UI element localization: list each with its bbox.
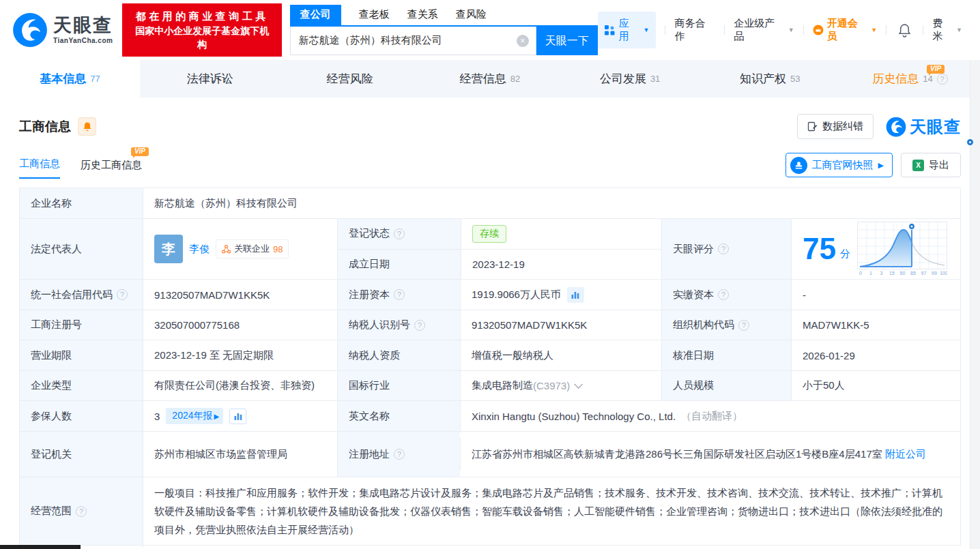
taxpayer-id-value: 91320507MAD7W1KK5K <box>460 310 661 340</box>
subscribe-bell-icon[interactable] <box>78 117 96 136</box>
tab-label: 知识产权 <box>740 71 786 87</box>
search-input[interactable] <box>299 35 517 46</box>
data-correction-button[interactable]: 数据纠错 <box>797 114 874 139</box>
help-icon[interactable]: ? <box>738 320 749 331</box>
divider <box>665 25 665 35</box>
search-button[interactable]: 天眼一下 <box>536 27 598 55</box>
network-icon <box>222 245 231 254</box>
help-icon[interactable]: ? <box>937 74 948 85</box>
score-label: 天眼评分 ? <box>661 219 791 279</box>
header: 天眼查 TianYanCha.com 都在用的商业查询工具 国家中小企业发展子基… <box>0 0 980 60</box>
search-tab-company[interactable]: 查公司 <box>290 5 341 25</box>
tab-business-info[interactable]: 经营信息 82 <box>420 60 560 98</box>
tab-basic-info[interactable]: 基本信息 77 <box>0 60 140 98</box>
help-icon[interactable]: ? <box>414 320 425 331</box>
company-type-label: 企业类型 <box>20 371 143 400</box>
help-icon[interactable]: ? <box>394 449 405 460</box>
related-label: 关联企业 <box>234 243 270 255</box>
english-name-label: 英文名称 <box>337 401 460 431</box>
help-icon[interactable]: ? <box>718 289 729 300</box>
tab-company-development[interactable]: 公司发展 31 <box>560 60 700 98</box>
official-snapshot-button[interactable]: 工商官网快照 ▶ <box>786 153 893 177</box>
section-title: 工商信息 <box>19 118 71 136</box>
help-icon[interactable]: ? <box>394 228 405 239</box>
org-code-value: MAD7W1KK-5 <box>791 310 960 340</box>
nav-open-vip[interactable]: 开通会员 ▼ <box>813 17 878 43</box>
tab-count: 77 <box>90 74 100 84</box>
insured-value: 3 2024年报 ▶ <box>143 401 337 431</box>
watermark-label: 天眼查 <box>910 116 961 138</box>
nav-cooperation[interactable]: 商务合作 <box>674 17 715 43</box>
industry-code: (C3973) <box>533 380 570 391</box>
apps-menu[interactable]: 应用 ▼ <box>598 12 657 48</box>
svg-text:50: 50 <box>900 271 906 276</box>
english-name-text: Xinxin Hangtu (Suzhou) Technology Co., L… <box>472 411 676 422</box>
apps-label: 应用 <box>619 17 639 43</box>
company-name-value: 新芯航途（苏州）科技有限公司 <box>143 188 960 218</box>
scrollbar-track[interactable] <box>970 60 980 549</box>
label-text: 实缴资本 <box>673 288 714 301</box>
nav-enterprise-products[interactable]: 企业级产品 ▼ <box>734 17 794 43</box>
taxpayer-id-label: 纳税人识别号 ? <box>337 310 460 340</box>
paid-capital-value: - <box>791 280 960 310</box>
vip-crown-icon <box>813 25 824 35</box>
annual-report-badge[interactable]: 2024年报 ▶ <box>166 408 223 424</box>
header-nav: 应用 ▼ 商务合作 企业级产品 ▼ 开通会员 ▼ <box>598 12 980 48</box>
tab-label: 历史信息 <box>872 71 919 87</box>
address-text: 江苏省苏州市相城区高铁新城青龙港路286号长三角国际研发社区启动区1号楼B座4层… <box>472 448 882 460</box>
help-icon[interactable]: ? <box>117 289 128 300</box>
stamp-icon <box>790 157 807 174</box>
help-icon[interactable]: ? <box>394 289 405 300</box>
site-logo[interactable]: 天眼查 TianYanCha.com <box>12 12 113 48</box>
arrow-right-icon: ▶ <box>214 413 220 420</box>
annual-report-label: 2024年报 <box>172 410 212 422</box>
side-widget-handle[interactable] <box>967 139 973 145</box>
svg-text:99: 99 <box>932 271 937 276</box>
company-name-label: 企业名称 <box>20 188 143 218</box>
staff-size-label: 人员规模 <box>661 371 791 400</box>
score-value: 75 分 <box>791 219 960 279</box>
business-scope-value: 一般项目：科技推广和应用服务；软件开发；集成电路芯片设计及服务；集成电路芯片及产… <box>143 475 960 548</box>
english-name-value: Xinxin Hangtu (Suzhou) Technology Co., L… <box>460 401 960 431</box>
help-icon[interactable]: ? <box>718 243 729 254</box>
search-tab-relation[interactable]: 查关系 <box>407 5 438 25</box>
label-text: 纳税人识别号 <box>349 318 410 331</box>
search-tab-risk[interactable]: 查风险 <box>456 5 487 25</box>
tab-operating-risk[interactable]: 经营风险 <box>280 60 420 98</box>
chevron-down-icon[interactable] <box>574 380 583 389</box>
reg-capital-label: 注册资本 ? <box>337 280 460 310</box>
divider <box>724 25 725 35</box>
table-row: 参保人数 3 2024年报 ▶ 英文名称 Xinxin Hangtu (Suzh <box>20 400 960 431</box>
export-button[interactable]: X 导出 <box>901 153 961 177</box>
reg-status-value: 存续 <box>461 219 661 249</box>
insured-chart-icon[interactable] <box>229 409 246 424</box>
legal-rep-link[interactable]: 李俊 <box>189 243 210 256</box>
subtab-history-registration[interactable]: VIP 历史工商信息 <box>81 159 142 179</box>
svg-text:97: 97 <box>921 271 927 276</box>
clear-search-icon[interactable]: × <box>517 35 529 47</box>
brand-name: 天眼查 <box>53 16 113 35</box>
help-icon[interactable]: ? <box>76 506 87 517</box>
table-row: 法定代表人 李 李俊 关联企业 98 <box>20 218 960 279</box>
approval-date-value: 2026-01-29 <box>791 340 960 370</box>
subtab-business-registration[interactable]: 工商信息 <box>19 158 60 179</box>
svg-text:85: 85 <box>910 271 916 276</box>
avatar[interactable]: 李 <box>154 235 183 263</box>
tab-history-info[interactable]: VIP 历史信息 14 ? <box>840 60 980 98</box>
chevron-down-icon: ▼ <box>871 27 877 33</box>
bottom-strip <box>0 545 81 549</box>
authority-value: 苏州市相城区市场监督管理局 <box>143 432 337 477</box>
score-number: 75 <box>803 234 836 264</box>
cooperation-label: 商务合作 <box>674 17 715 43</box>
tab-legal-proceedings[interactable]: 法律诉讼 <box>140 60 280 98</box>
tab-intellectual-property[interactable]: 知识产权 53 <box>700 60 840 98</box>
search-tab-boss[interactable]: 查老板 <box>359 5 390 25</box>
capital-chart-icon[interactable] <box>567 287 584 303</box>
status-badge: 存续 <box>472 225 506 243</box>
related-companies-badge[interactable]: 关联企业 98 <box>216 239 289 258</box>
search-tabs: 查公司 查老板 查关系 查风险 <box>290 5 598 27</box>
nav-user-menu[interactable]: 费米 ▼ <box>932 17 962 43</box>
nearby-companies-link[interactable]: 附近公司 <box>885 448 926 460</box>
notification-bell-icon[interactable] <box>898 23 911 38</box>
auto-translate-note: （自动翻译） <box>681 410 743 423</box>
